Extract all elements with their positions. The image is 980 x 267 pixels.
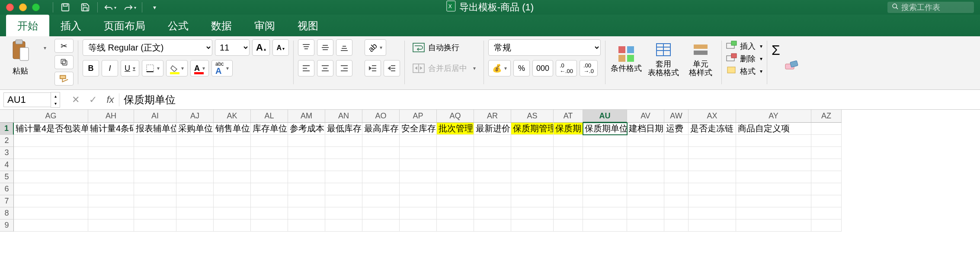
cell-AX7[interactable]	[689, 195, 736, 207]
cell-AU6[interactable]	[583, 183, 627, 195]
select-all-corner[interactable]	[0, 110, 14, 123]
cell-AR9[interactable]	[474, 219, 511, 232]
align-center-button[interactable]	[317, 60, 333, 76]
cell-AP6[interactable]	[400, 183, 437, 195]
cell-AO5[interactable]	[362, 171, 400, 183]
cell-AX2[interactable]	[689, 135, 736, 147]
cell-AI5[interactable]	[134, 171, 176, 183]
cell-AI6[interactable]	[134, 183, 176, 195]
cell-AN5[interactable]	[325, 171, 362, 183]
cell-AW8[interactable]	[664, 207, 689, 219]
cell-AZ5[interactable]	[811, 171, 842, 183]
cell-AH1[interactable]: 辅计量4条码	[88, 123, 134, 135]
cell-AW1[interactable]: 运费	[664, 123, 689, 135]
cell-AG3[interactable]	[14, 147, 88, 159]
align-left-button[interactable]	[298, 60, 314, 76]
cell-AY2[interactable]	[736, 135, 811, 147]
wrap-text-button[interactable]: 自动换行	[409, 39, 463, 56]
border-button[interactable]	[142, 60, 163, 76]
cell-AY7[interactable]	[736, 195, 811, 207]
cell-AY8[interactable]	[736, 207, 811, 219]
cell-AW2[interactable]	[664, 135, 689, 147]
comma-button[interactable]: 000	[532, 60, 553, 76]
conditional-format-button[interactable]: 条件格式	[610, 39, 643, 79]
cell-AH7[interactable]	[88, 195, 134, 207]
cell-AO9[interactable]	[362, 219, 400, 232]
cell-AY6[interactable]	[736, 183, 811, 195]
cell-AW7[interactable]	[664, 195, 689, 207]
tab-formulas[interactable]: 公式	[157, 15, 200, 36]
cell-AW6[interactable]	[664, 183, 689, 195]
cell-AZ7[interactable]	[811, 195, 842, 207]
cell-AQ8[interactable]	[437, 207, 474, 219]
cell-AZ4[interactable]	[811, 159, 842, 171]
cell-AX3[interactable]	[689, 147, 736, 159]
cell-AZ8[interactable]	[811, 207, 842, 219]
save-button[interactable]	[77, 1, 93, 13]
cell-AK8[interactable]	[214, 207, 251, 219]
cell-AV7[interactable]	[627, 195, 664, 207]
cell-AX9[interactable]	[689, 219, 736, 232]
cell-AX5[interactable]	[689, 171, 736, 183]
font-size-select[interactable]: 11	[215, 39, 250, 56]
cell-AL1[interactable]: 库存单位	[251, 123, 288, 135]
align-right-button[interactable]	[336, 60, 352, 76]
cell-AY3[interactable]	[736, 147, 811, 159]
column-header-AG[interactable]: AG	[14, 110, 88, 123]
cell-AH8[interactable]	[88, 207, 134, 219]
cell-AZ9[interactable]	[811, 219, 842, 232]
tab-page-layout[interactable]: 页面布局	[93, 15, 157, 36]
column-header-AZ[interactable]: AZ	[811, 110, 842, 123]
cell-AI7[interactable]	[134, 195, 176, 207]
row-header-5[interactable]: 5	[0, 171, 14, 183]
cell-AV4[interactable]	[627, 159, 664, 171]
cell-AY1[interactable]: 商品自定义项	[736, 123, 811, 135]
cell-AR7[interactable]	[474, 195, 511, 207]
cut-button[interactable]: ✂	[54, 39, 74, 53]
cell-AT9[interactable]	[554, 219, 583, 232]
cell-AM5[interactable]	[288, 171, 325, 183]
increase-decimal-button[interactable]: .0←.00	[556, 60, 577, 76]
tab-data[interactable]: 数据	[200, 15, 243, 36]
cell-AO6[interactable]	[362, 183, 400, 195]
merge-center-button[interactable]: 合并后居中	[409, 60, 479, 76]
cell-AM1[interactable]: 参考成本	[288, 123, 325, 135]
font-name-select[interactable]: 等线 Regular (正文)	[83, 39, 212, 56]
cell-AQ7[interactable]	[437, 195, 474, 207]
cell-AI8[interactable]	[134, 207, 176, 219]
cell-AN8[interactable]	[325, 207, 362, 219]
formula-input[interactable]	[119, 94, 980, 106]
cell-AX1[interactable]: 是否走冻链	[689, 123, 736, 135]
cell-AL9[interactable]	[251, 219, 288, 232]
search-box[interactable]	[887, 2, 974, 13]
column-header-AT[interactable]: AT	[554, 110, 583, 123]
column-header-AQ[interactable]: AQ	[437, 110, 474, 123]
cell-AV1[interactable]: 建档日期	[627, 123, 664, 135]
cell-AZ2[interactable]	[811, 135, 842, 147]
customize-qat-button[interactable]: ▾	[147, 1, 162, 13]
cell-AU5[interactable]	[583, 171, 627, 183]
cell-AP5[interactable]	[400, 171, 437, 183]
column-header-AH[interactable]: AH	[88, 110, 134, 123]
number-format-select[interactable]: 常规	[488, 39, 601, 56]
cell-AV8[interactable]	[627, 207, 664, 219]
cell-AJ8[interactable]	[176, 207, 214, 219]
cell-AJ7[interactable]	[176, 195, 214, 207]
cell-AM4[interactable]	[288, 159, 325, 171]
align-middle-button[interactable]	[317, 39, 333, 56]
name-box[interactable]: AU1	[3, 92, 51, 107]
underline-button[interactable]: U	[121, 60, 139, 76]
cell-AH2[interactable]	[88, 135, 134, 147]
cell-AK6[interactable]	[214, 183, 251, 195]
cell-AK2[interactable]	[214, 135, 251, 147]
cell-AX8[interactable]	[689, 207, 736, 219]
cell-AS6[interactable]	[511, 183, 554, 195]
autosum-button[interactable]: Σ	[772, 39, 780, 89]
format-painter-button[interactable]	[54, 72, 74, 86]
row-header-7[interactable]: 7	[0, 195, 14, 207]
cell-AN3[interactable]	[325, 147, 362, 159]
cell-AJ2[interactable]	[176, 135, 214, 147]
cell-AP3[interactable]	[400, 147, 437, 159]
cell-AK3[interactable]	[214, 147, 251, 159]
cell-AG2[interactable]	[14, 135, 88, 147]
